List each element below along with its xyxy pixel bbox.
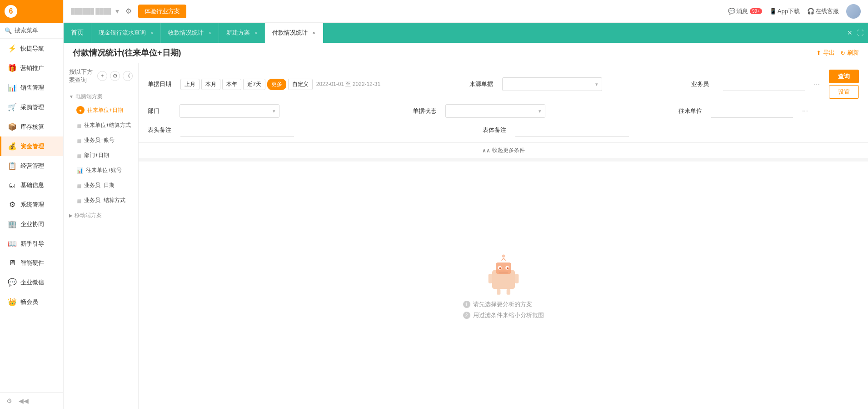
topbar: ██████ ████ ▾ ⚙ 体验行业方案 💬 消息 99+ 📱 App下载 …: [64, 0, 868, 23]
counterpart-dots[interactable]: ···: [802, 107, 808, 115]
topbar-dropdown-icon[interactable]: ▾: [115, 7, 119, 15]
window-close-btn[interactable]: ✕: [847, 29, 853, 36]
scheme-item-label: 往来单位+账号: [86, 167, 122, 174]
scheme-item-label: 往来单位+结算方式: [84, 121, 131, 129]
scheme-item-salesman-date[interactable]: ▦ 业务员+日期: [64, 178, 138, 193]
scheme-item-label: 部门+日期: [84, 151, 109, 159]
topbar-breadcrumb: ██████ ████: [71, 8, 111, 15]
desktop-group-arrow[interactable]: ▼: [69, 94, 74, 99]
messages-action[interactable]: 💬 消息 99+: [728, 7, 762, 15]
salesman-input[interactable]: [723, 77, 805, 91]
tip-num-2: 2: [463, 312, 470, 319]
sidebar-item-system[interactable]: ⚙ 系统管理: [0, 195, 63, 214]
sidebar-item-purchase[interactable]: 🛒 采购管理: [0, 97, 63, 117]
search-icon: 🔍: [5, 27, 12, 34]
scheme-item-counterpart-account[interactable]: 📊 往来单位+账号: [64, 163, 138, 178]
scheme-item-dept-date[interactable]: ▦ 部门+日期: [64, 148, 138, 163]
sidebar-item-label: 经营管理: [20, 162, 44, 170]
scheme-group-mobile: ▶ 移动端方案: [64, 208, 138, 221]
collapse-more-btn[interactable]: ∧∧ 收起更多条件: [139, 142, 868, 158]
sidebar-settings-icon[interactable]: ⚙: [6, 397, 12, 404]
app-download-action[interactable]: 📱 App下载: [769, 7, 800, 15]
tab-payment-close[interactable]: ×: [312, 30, 315, 35]
dept-select[interactable]: ▾: [180, 104, 279, 118]
content-body: 按以下方案查询 + ⚙ 《 ▼ 电脑端方案 ● 往来单位+日期 ▦ 往来单位+结…: [64, 63, 868, 409]
tab-new-scheme[interactable]: 新建方案 ×: [219, 23, 265, 43]
source-voucher-chevron: ▾: [595, 81, 598, 87]
sidebar-collapse-icon[interactable]: ◀◀: [19, 397, 29, 404]
date-btn-custom[interactable]: 自定义: [288, 79, 313, 90]
empty-tip-row-1: 1 请先选择要分析的方案: [463, 300, 544, 308]
tab-home[interactable]: 首页: [64, 23, 91, 43]
trial-btn[interactable]: 体验行业方案: [138, 5, 186, 18]
user-avatar[interactable]: [846, 4, 861, 19]
tab-window-controls: ✕ ⛶: [843, 23, 868, 43]
topbar-settings-icon[interactable]: ⚙: [124, 6, 134, 16]
tab-bank-flow-label: 现金银行流水查询: [99, 29, 146, 37]
tab-collection-close[interactable]: ×: [208, 30, 211, 35]
header-note-label: 表头备注: [148, 126, 171, 134]
refresh-icon: ↻: [840, 50, 845, 56]
filter-settings-btn[interactable]: 设置: [829, 85, 859, 99]
sidebar-item-basic[interactable]: 🗂 基础信息: [0, 176, 63, 195]
voucher-status-select[interactable]: ▾: [445, 104, 545, 118]
filter-area: 单据日期 上月 本月 本年 近7天 更多 自定义 2022-01-01 至 20…: [139, 63, 868, 409]
scheme-item-salesman-account[interactable]: ▦ 业务员+账号: [64, 133, 138, 148]
app-download-label: App下载: [778, 7, 800, 15]
scheme-item-salesman-settlement[interactable]: ▦ 业务员+结算方式: [64, 193, 138, 208]
refresh-btn[interactable]: ↻ 刷新: [840, 49, 859, 57]
sidebar-item-finance[interactable]: 💰 资金管理: [0, 136, 63, 156]
counterpart-input[interactable]: [711, 104, 793, 118]
header-note-input[interactable]: [180, 123, 294, 137]
scheme-item-counterpart-date[interactable]: ● 往来单位+日期: [64, 102, 138, 118]
sidebar-item-hardware[interactable]: 🖥 智能硬件: [0, 253, 63, 273]
quick-nav-icon: ⚡: [8, 44, 17, 53]
scheme-settings-btn[interactable]: ⚙: [110, 71, 120, 81]
sidebar-item-sales[interactable]: 📊 销售管理: [0, 78, 63, 97]
svg-rect-9: [497, 289, 500, 295]
messages-icon: 💬: [728, 8, 735, 15]
date-btn-this-year[interactable]: 本年: [222, 79, 241, 90]
sidebar-item-marketing[interactable]: 🎁 营销推广: [0, 58, 63, 78]
export-icon: ⬆: [816, 50, 821, 56]
tab-collection-stats[interactable]: 收款情况统计 ×: [161, 23, 219, 43]
date-btn-this-month[interactable]: 本月: [201, 79, 220, 90]
salesman-dots[interactable]: ···: [814, 80, 820, 88]
sidebar-item-wechat[interactable]: 💬 企业微信: [0, 273, 63, 292]
date-btn-7days[interactable]: 近7天: [243, 79, 265, 90]
tab-new-scheme-close[interactable]: ×: [254, 30, 257, 35]
date-btn-last-month[interactable]: 上月: [180, 79, 200, 90]
purchase-icon: 🛒: [8, 103, 17, 111]
headset-icon: 🎧: [807, 8, 814, 15]
sidebar-item-label: 快捷导航: [20, 45, 44, 53]
sidebar-item-inventory[interactable]: 📦 库存核算: [0, 117, 63, 136]
scheme-panel-header-label: 按以下方案查询: [69, 68, 95, 84]
sidebar-item-member[interactable]: 👑 畅会员: [0, 292, 63, 312]
member-icon: 👑: [8, 298, 17, 306]
body-note-input[interactable]: [515, 123, 629, 137]
scheme-item-label: 业务员+结算方式: [84, 197, 125, 204]
tab-bank-flow[interactable]: 现金银行流水查询 ×: [91, 23, 161, 43]
scheme-add-btn[interactable]: +: [97, 71, 107, 81]
tab-payment-stats[interactable]: 付款情况统计 ×: [265, 23, 323, 43]
tip-text-1: 请先选择要分析的方案: [473, 300, 532, 308]
scheme-item-counterpart-settlement[interactable]: ▦ 往来单位+结算方式: [64, 118, 138, 133]
query-btn[interactable]: 查询: [829, 70, 859, 83]
source-voucher-select[interactable]: ▾: [502, 77, 602, 91]
sidebar-item-operation[interactable]: 📋 经营管理: [0, 156, 63, 176]
sidebar-item-label: 基础信息: [20, 181, 44, 189]
date-btn-more[interactable]: 更多: [267, 79, 286, 90]
sidebar-search[interactable]: 🔍 搜索菜单: [0, 23, 63, 39]
sidebar-item-label: 企业微信: [20, 278, 44, 287]
scheme-collapse-btn[interactable]: 《: [123, 71, 133, 81]
body-note-label: 表体备注: [483, 126, 506, 134]
mobile-group-arrow[interactable]: ▶: [69, 213, 73, 218]
tab-bank-flow-close[interactable]: ×: [150, 30, 153, 35]
source-voucher-label: 来源单据: [469, 80, 493, 88]
export-btn[interactable]: ⬆ 导出: [816, 49, 835, 57]
tab-collection-stats-label: 收款情况统计: [168, 29, 204, 37]
online-service-action[interactable]: 🎧 在线客服: [807, 7, 839, 15]
window-maximize-btn[interactable]: ⛶: [857, 29, 863, 36]
sidebar-item-quick-nav[interactable]: ⚡ 快捷导航: [0, 39, 63, 58]
sidebar-item-guide[interactable]: 📖 新手引导: [0, 234, 63, 253]
